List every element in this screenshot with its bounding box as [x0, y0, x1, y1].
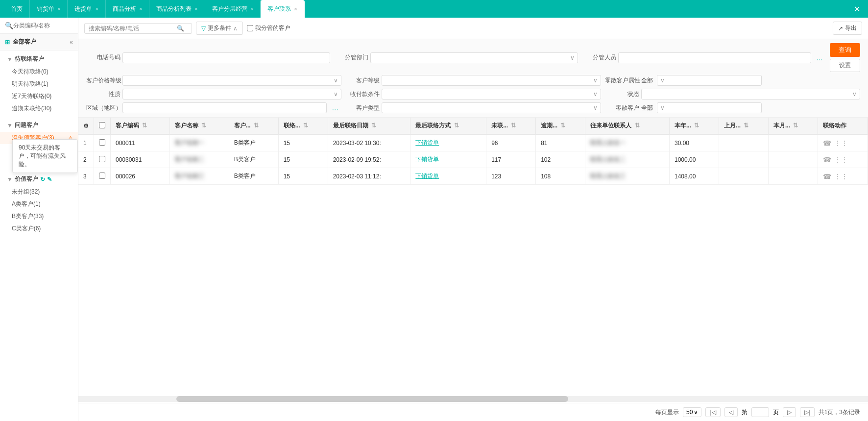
col-customer-type[interactable]: 客户... ⇅: [229, 118, 278, 134]
row3-contact-icon[interactable]: ☎: [823, 173, 831, 180]
tab-customer-layer-close[interactable]: ×: [250, 6, 253, 12]
tab-customer-contact-close[interactable]: ×: [294, 6, 297, 12]
last-page-button[interactable]: ▷|: [800, 407, 815, 417]
row3-method[interactable]: 下销货单: [410, 168, 486, 185]
row1-contact-icon[interactable]: ☎: [823, 139, 831, 147]
filter-phone-input[interactable]: [122, 52, 330, 63]
tab-product-analysis-close[interactable]: ×: [139, 6, 142, 12]
filter-field-price-level: 客户价格等级 ∨: [86, 75, 341, 86]
more-conditions-button[interactable]: ▽ 更多条件 ∧: [196, 22, 243, 35]
filter-field-customer-type: 客户类型 ∨: [345, 102, 601, 113]
sidebar-all-customers[interactable]: ⊞ 全部客户 «: [0, 34, 78, 50]
col-this-year[interactable]: 本年... ⇅: [669, 118, 719, 134]
row2-more-icon[interactable]: ⋮⋮: [834, 156, 848, 164]
horizontal-scrollbar[interactable]: [78, 396, 868, 402]
query-button[interactable]: 查询: [830, 43, 860, 57]
more-conditions-label: 更多条件: [208, 24, 231, 32]
select-all-checkbox[interactable]: [99, 122, 105, 128]
prev-page-button[interactable]: ◁: [724, 407, 738, 417]
filter-zero-customer-attr-select[interactable]: ∨: [657, 75, 762, 86]
sidebar-search-input[interactable]: [13, 22, 78, 29]
region-dots-btn[interactable]: …: [329, 103, 341, 113]
my-customers-checkbox-label[interactable]: 我分管的客户: [247, 24, 290, 32]
row1-method[interactable]: 下销货单: [410, 134, 486, 151]
col-name[interactable]: 客户名称 ⇅: [169, 118, 229, 134]
col-checkbox[interactable]: [94, 118, 111, 134]
filter-nature-select[interactable]: ∨: [122, 89, 341, 99]
sidebar-item-class-a[interactable]: A类客户(1): [0, 198, 78, 210]
settings-button[interactable]: 设置: [830, 59, 860, 72]
sidebar-item-today[interactable]: 今天待联络(0): [0, 66, 78, 78]
col-last-contact-date[interactable]: 最后联络日期 ⇅: [328, 118, 410, 134]
filter-division-dept-select[interactable]: ∨: [370, 52, 578, 63]
filter-customer-level-select[interactable]: ∨: [382, 75, 601, 86]
page-number-input[interactable]: 1: [751, 407, 769, 417]
col-last-contact-method[interactable]: 最后联络方式 ⇅: [410, 118, 486, 134]
sidebar-item-ungrouped[interactable]: 未分组(32): [0, 186, 78, 198]
sidebar-group-pending-header[interactable]: ▼ 待联络客户: [0, 52, 78, 66]
row1-last-month: [719, 134, 768, 151]
col-last-month[interactable]: 上月... ⇅: [719, 118, 768, 134]
col-code[interactable]: 客户编码 ⇅: [111, 118, 170, 134]
first-page-button[interactable]: |◁: [705, 407, 720, 417]
sidebar-item-overdue[interactable]: 逾期未联络(30): [0, 102, 78, 115]
col-contact-count[interactable]: 联络... ⇅: [278, 118, 328, 134]
row2-method[interactable]: 下销货单: [410, 151, 486, 168]
tab-product-analysis[interactable]: 商品分析 ×: [106, 0, 149, 18]
row3-method-link[interactable]: 下销货单: [415, 173, 439, 179]
collapse-icon[interactable]: «: [70, 39, 73, 46]
sidebar-item-tomorrow[interactable]: 明天待联络(1): [0, 78, 78, 90]
filter-payment-select[interactable]: ∨: [382, 89, 601, 99]
row2-action-icons: ☎ ⋮⋮: [823, 156, 863, 164]
col-settings[interactable]: ⚙: [78, 118, 94, 134]
row1-checkbox[interactable]: [94, 134, 111, 151]
arrow-icon-problem: ▼: [7, 122, 13, 129]
next-page-button[interactable]: ▷: [783, 407, 796, 417]
row3-more-icon[interactable]: ⋮⋮: [834, 173, 848, 180]
window-close-button[interactable]: ✕: [850, 4, 864, 14]
tab-sales[interactable]: 销货单 ×: [30, 0, 68, 18]
row2-checkbox[interactable]: [94, 151, 111, 168]
col-this-month[interactable]: 本月... ⇅: [768, 118, 818, 134]
sidebar-group-problem-header[interactable]: ▼ 问题客户: [0, 119, 78, 132]
tab-customer-layer[interactable]: 客户分层经营 ×: [205, 0, 261, 18]
zero-customer-arrow-icon: ∨: [660, 104, 665, 111]
row1-method-link[interactable]: 下销货单: [415, 139, 439, 146]
tab-purchase-close[interactable]: ×: [95, 6, 98, 12]
export-button[interactable]: ↗ 导出: [833, 22, 862, 35]
sidebar-item-7days-label: 近7天待联络(0): [12, 92, 51, 100]
filter-status-select[interactable]: ∨: [641, 89, 860, 99]
refresh-icon-value[interactable]: ↻: [40, 176, 45, 183]
tab-purchase[interactable]: 进货单 ×: [68, 0, 105, 18]
tab-product-list[interactable]: 商品分析列表 ×: [149, 0, 205, 18]
edit-icon-value[interactable]: ✎: [47, 176, 52, 183]
filter-division-person-input[interactable]: [618, 52, 811, 63]
tab-home[interactable]: 首页: [4, 0, 30, 18]
page-size-select[interactable]: 50 ∨: [683, 407, 701, 417]
my-customers-checkbox[interactable]: [247, 25, 253, 31]
scrollbar-thumb[interactable]: [176, 396, 568, 402]
tab-sales-close[interactable]: ×: [57, 6, 60, 12]
sidebar-item-class-c[interactable]: C类客户(6): [0, 223, 78, 235]
filter-search-icon[interactable]: 🔍: [177, 25, 184, 32]
row2-method-link[interactable]: 下销货单: [415, 156, 439, 163]
division-person-dots-btn[interactable]: …: [813, 53, 826, 63]
row1-more-icon[interactable]: ⋮⋮: [834, 139, 848, 147]
sidebar-item-class-b[interactable]: B类客户(33): [0, 210, 78, 223]
filter-region-input[interactable]: [122, 102, 327, 113]
row2-contact-icon[interactable]: ☎: [823, 156, 831, 164]
col-overdue[interactable]: 逾期... ⇅: [536, 118, 585, 134]
filter-price-level-select[interactable]: ∨: [122, 75, 341, 86]
tab-product-list-close[interactable]: ×: [194, 6, 197, 12]
filter-search-input[interactable]: [89, 25, 177, 32]
row3-checkbox[interactable]: [94, 168, 111, 185]
sidebar-item-overdue-label: 逾期未联络(30): [12, 104, 51, 113]
filter-zero-customer-select[interactable]: ∨: [657, 102, 762, 113]
sidebar-item-7days[interactable]: 近7天待联络(0): [0, 90, 78, 102]
tab-customer-contact[interactable]: 客户联系 ×: [261, 0, 304, 18]
filter-division-person-label: 分管人员: [582, 53, 616, 62]
sidebar-group-value-header[interactable]: ▼ 价值客户 ↻ ✎: [0, 173, 78, 186]
col-uncontacted[interactable]: 未联... ⇅: [486, 118, 536, 134]
filter-customer-type-select[interactable]: ∨: [382, 102, 601, 113]
col-contact-person[interactable]: 往来单位联系人 ⇅: [585, 118, 670, 134]
